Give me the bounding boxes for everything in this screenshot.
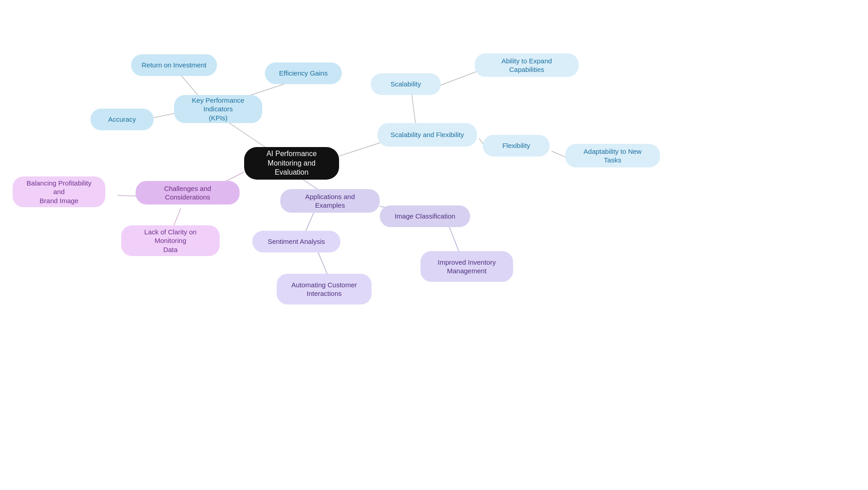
lack-clarity-node: Lack of Clarity on Monitoring Data (121, 225, 220, 256)
efficiency-node: Efficiency Gains (265, 62, 342, 84)
ability-node: Ability to Expand Capabilities (475, 53, 579, 77)
sentiment-label: Sentiment Analysis (268, 237, 325, 246)
balancing-node: Balancing Profitability and Brand Image (13, 176, 105, 207)
scalability-node: Scalability (371, 73, 441, 95)
scalability-flex-label: Scalability and Flexibility (391, 130, 464, 139)
apps-label: Applications and Examples (289, 192, 371, 210)
scalability-label: Scalability (391, 80, 421, 89)
inventory-label: Improved Inventory Management (438, 258, 495, 276)
efficiency-label: Efficiency Gains (279, 69, 327, 78)
flexibility-label: Flexibility (502, 141, 530, 150)
inventory-node: Improved Inventory Management (420, 251, 513, 282)
apps-node: Applications and Examples (280, 189, 380, 213)
accuracy-label: Accuracy (108, 115, 136, 124)
challenges-node: Challenges and Considerations (136, 181, 240, 205)
flexibility-node: Flexibility (483, 135, 550, 157)
roi-node: Return on Investment (131, 54, 217, 76)
kpi-label: Key Performance Indicators (KPIs) (183, 96, 253, 123)
adaptability-node: Adaptability to New Tasks (565, 144, 660, 167)
balancing-label: Balancing Profitability and Brand Image (22, 179, 96, 205)
accuracy-node: Accuracy (90, 109, 154, 130)
challenges-label: Challenges and Considerations (145, 184, 231, 202)
roi-label: Return on Investment (142, 61, 206, 70)
automating-label: Automating Customer Interactions (291, 281, 357, 298)
svg-line-5 (411, 91, 416, 127)
center-label: AI Performance Monitoring and Evaluation (253, 149, 330, 177)
adaptability-label: Adaptability to New Tasks (574, 147, 651, 165)
sentiment-node: Sentiment Analysis (252, 231, 340, 252)
image-class-node: Image Classification (380, 205, 470, 227)
lack-clarity-label: Lack of Clarity on Monitoring Data (130, 228, 211, 254)
ability-label: Ability to Expand Capabilities (484, 57, 570, 74)
scalability-flex-node: Scalability and Flexibility (377, 123, 477, 147)
automating-node: Automating Customer Interactions (277, 274, 372, 304)
center-node: AI Performance Monitoring and Evaluation (244, 147, 339, 180)
kpi-node: Key Performance Indicators (KPIs) (174, 95, 262, 123)
image-class-label: Image Classification (395, 212, 455, 221)
svg-line-6 (439, 71, 479, 86)
